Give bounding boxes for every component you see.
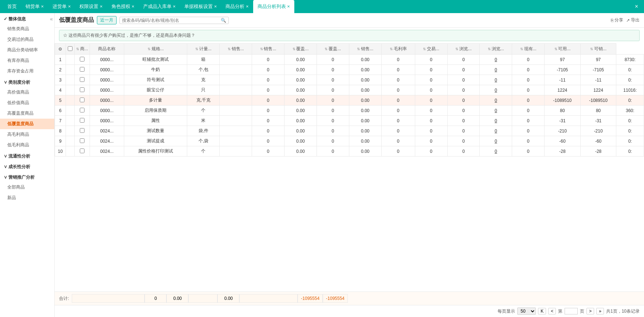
row-checkbox[interactable] [80, 87, 85, 92]
nav-permissions[interactable]: 权限设置 × [75, 0, 107, 13]
row-browse1[interactable]: 0 [480, 85, 512, 95]
nav-inventory[interactable]: 产成品入库单 × [139, 0, 180, 13]
sidebar-group-class-analysis[interactable]: ∨ 类别度分析 [0, 76, 54, 87]
next-page-button[interactable]: > [586, 308, 594, 314]
row-browse1[interactable]: 0 [480, 95, 512, 106]
row-stock: 97 [545, 55, 581, 65]
row-checkbox[interactable] [80, 128, 85, 133]
row-browse2: 0 [512, 55, 545, 65]
sidebar-item-low-value[interactable]: 低价值商品 [0, 98, 54, 108]
row-browse1[interactable]: 0 [480, 55, 512, 65]
col-spec[interactable]: 规格... [124, 44, 187, 55]
row-sellable: 0: [616, 126, 644, 136]
row-checkbox-cell[interactable] [75, 65, 90, 75]
first-page-button[interactable]: K [538, 308, 546, 314]
col-cover2[interactable]: 覆盖... [317, 44, 349, 55]
row-checkbox[interactable] [80, 67, 85, 72]
sidebar-group-marketing[interactable]: ∨ 营销推广分析 [0, 171, 54, 182]
per-page-select[interactable]: 50 100 200 [517, 308, 536, 315]
sidebar-item-high-coverage[interactable]: 高覆盖度商品 [0, 108, 54, 119]
col-sales3[interactable]: 销售... [349, 44, 381, 55]
page-number-input[interactable]: 1 [565, 308, 578, 314]
filter-recent-month-button[interactable]: 近一月 [97, 16, 117, 24]
per-page-label: 每页显示 [498, 308, 515, 314]
row-checkbox[interactable] [80, 108, 85, 112]
row-checkbox-cell[interactable] [75, 126, 90, 136]
sidebar-item-capital[interactable]: 库存资金占用 [0, 66, 54, 76]
col-margin[interactable]: 毛利率 [381, 44, 415, 55]
sidebar-item-low-coverage[interactable]: 低覆盖度商品 [0, 119, 54, 129]
nav-analysis[interactable]: 商品分析 × [221, 0, 253, 13]
row-stock: -28 [545, 146, 581, 156]
col-sales1[interactable]: 销售... [220, 44, 252, 55]
col-cover1[interactable]: 覆盖... [284, 44, 317, 55]
close-button[interactable]: × [632, 3, 641, 10]
sidebar-item-traded-goods[interactable]: 交易过的商品 [0, 34, 54, 45]
row-checkbox-cell[interactable] [75, 55, 90, 65]
sidebar-item-all-goods[interactable]: 全部商品 [0, 182, 54, 193]
col-tx[interactable]: 交易... [415, 44, 447, 55]
share-button[interactable]: ⎘ 分享 [611, 17, 623, 23]
last-page-button[interactable]: » [596, 308, 604, 314]
col-code[interactable]: 商... [75, 44, 90, 55]
search-input[interactable] [122, 18, 221, 23]
sidebar-item-category-rate[interactable]: 商品分类动销率 [0, 45, 54, 55]
select-all-checkbox[interactable] [68, 46, 72, 51]
row-checkbox[interactable] [80, 118, 85, 123]
row-browse1[interactable]: 0 [480, 116, 512, 126]
col-name[interactable]: 商品名称 [90, 44, 124, 55]
row-checkbox[interactable] [80, 148, 85, 153]
nav-roles[interactable]: 角色授权 × [107, 0, 139, 13]
sidebar-group-growth[interactable]: ∨ 成长性分析 [0, 161, 54, 171]
row-checkbox[interactable] [80, 57, 85, 62]
col-checkbox[interactable] [66, 44, 75, 55]
col-browse1[interactable]: 浏览... [447, 44, 480, 55]
row-checkbox-cell[interactable] [75, 95, 90, 106]
row-browse1[interactable]: 0 [480, 106, 512, 116]
sidebar-group-overview[interactable]: ✓ 整体信息 [0, 13, 54, 24]
col-settings[interactable]: ⚙ [55, 44, 66, 55]
row-code: 0024... [90, 146, 124, 156]
row-checkbox-cell[interactable] [75, 136, 90, 146]
row-cover1: 0 [317, 146, 349, 156]
col-browse2[interactable]: 浏览... [480, 44, 512, 55]
row-checkbox-cell[interactable] [75, 106, 90, 116]
row-checkbox-cell[interactable] [75, 75, 90, 85]
nav-sales[interactable]: 销货单 × [21, 0, 48, 13]
sidebar-item-stocked-goods[interactable]: 有库存商品 [0, 55, 54, 66]
sidebar-group-marketing-label: ∨ 营销推广分析 [4, 174, 35, 181]
col-sellable[interactable]: 可销... [580, 44, 616, 55]
sidebar-item-low-margin[interactable]: 低毛利商品 [0, 140, 54, 150]
row-checkbox[interactable] [80, 98, 85, 102]
col-available[interactable]: 可用... [545, 44, 581, 55]
col-sales2[interactable]: 销售... [252, 44, 284, 55]
row-checkbox-cell[interactable] [75, 85, 90, 95]
col-stock[interactable]: 现有... [512, 44, 545, 55]
data-table-container[interactable]: ⚙ 商... 商品名称 规格... 计量... 销售... 销售... 覆盖..… [55, 43, 644, 292]
row-browse1[interactable]: 0 [480, 136, 512, 146]
row-checkbox[interactable] [80, 138, 85, 143]
footer-label: 合计: [59, 296, 69, 302]
sidebar-item-high-value[interactable]: 高价值商品 [0, 87, 54, 98]
row-browse1[interactable]: 0 [480, 126, 512, 136]
nav-analysis-list[interactable]: 商品分析列表 × [253, 0, 294, 13]
sidebar-group-liquidity[interactable]: ∨ 流通性分析 [0, 150, 54, 161]
prev-page-button[interactable]: < [548, 308, 556, 314]
row-stock: 1224 [545, 85, 581, 95]
row-checkbox[interactable] [80, 77, 85, 82]
export-button[interactable]: ↗ 导出 [626, 17, 640, 23]
row-checkbox-cell[interactable] [75, 146, 90, 156]
row-checkbox-cell[interactable] [75, 116, 90, 126]
row-browse1[interactable]: 0 [480, 75, 512, 85]
nav-purchase[interactable]: 进货单 × [48, 0, 75, 13]
sidebar-item-sales-goods[interactable]: 销售类商品 [0, 24, 54, 34]
nav-template[interactable]: 单据模板设置 × [180, 0, 221, 13]
row-browse1[interactable]: 0 [480, 146, 512, 156]
sidebar-collapse-button[interactable]: « [50, 16, 53, 22]
col-unit[interactable]: 计量... [187, 44, 220, 55]
sidebar-item-high-margin[interactable]: 高毛利商品 [0, 129, 54, 140]
row-browse1[interactable]: 0 [480, 65, 512, 75]
row-sales1: 0 [252, 55, 284, 65]
sidebar-item-new-goods[interactable]: 新品 [0, 193, 54, 203]
nav-home[interactable]: 首页 [3, 0, 21, 13]
